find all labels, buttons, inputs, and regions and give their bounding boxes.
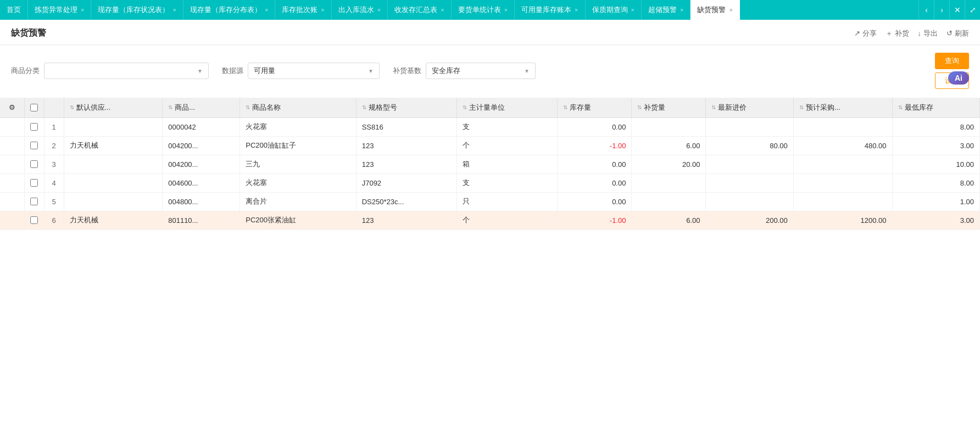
- row-checkbox[interactable]: [30, 179, 38, 187]
- min-stock-cell: 1.00: [892, 192, 979, 211]
- table-row: 2 力天机械 004200... PC200油缸缸子 123 个 -1.00 6…: [0, 136, 980, 155]
- replenish-base-dropdown-icon: ▼: [524, 68, 530, 74]
- tab-stock-status[interactable]: 现存量（库存状况表） ×: [91, 0, 183, 20]
- est-purchase-cell: 480.00: [793, 136, 892, 155]
- filter-bar: 商品分类 ▼ 数据源 可用量 ▼ 补货基数 安全库存 ▼ 查询 设置: [0, 45, 980, 89]
- latest-price-sort-icon: ⇅: [711, 104, 716, 110]
- product-code-column-header[interactable]: ⇅ 商品...: [163, 98, 240, 117]
- datasource-select[interactable]: 可用量 ▼: [248, 63, 380, 79]
- shortage-table: ⚙ ⇅ 默认供应...: [0, 98, 980, 230]
- est-purchase-cell: [793, 192, 892, 211]
- category-select[interactable]: ▼: [44, 63, 209, 79]
- tab-receive-send[interactable]: 收发存汇总表 ×: [388, 0, 451, 20]
- spec-cell: J7092: [356, 173, 456, 192]
- datasource-select-value: 可用量: [254, 66, 275, 76]
- tab-home[interactable]: 首页: [0, 0, 28, 20]
- export-action[interactable]: ↓ 导出: [918, 29, 938, 38]
- est-purchase-column-header[interactable]: ⇅ 预计采购...: [793, 98, 892, 117]
- row-checkbox-cell[interactable]: [24, 155, 44, 173]
- unit-sort-icon: ⇅: [463, 104, 467, 110]
- row-checkbox-cell[interactable]: [24, 211, 44, 229]
- close-all-btn[interactable]: ✕: [949, 0, 965, 20]
- close-tab-3[interactable]: ×: [265, 7, 268, 13]
- query-button[interactable]: 查询: [935, 53, 969, 69]
- close-tab-2[interactable]: ×: [172, 7, 176, 13]
- row-checkbox-cell[interactable]: [24, 136, 44, 155]
- tab-picking-exception[interactable]: 拣货异常处理 ×: [28, 0, 91, 20]
- tab-inout-flow[interactable]: 出入库流水 ×: [332, 0, 388, 20]
- nav-left-btn[interactable]: ‹: [918, 0, 934, 20]
- stock-qty-column-header[interactable]: ⇅ 库存量: [558, 98, 632, 117]
- refresh-action[interactable]: ↺ 刷新: [946, 29, 969, 38]
- replenish-action[interactable]: ＋ 补货: [886, 29, 909, 38]
- fullscreen-btn[interactable]: ⤢: [965, 0, 980, 20]
- row-checkbox[interactable]: [30, 160, 38, 168]
- gear-column-header[interactable]: ⚙: [0, 98, 24, 117]
- tab-requisition-stat[interactable]: 要货单统计表 ×: [452, 0, 515, 20]
- min-stock-column-header[interactable]: ⇅ 最低库存: [892, 98, 979, 117]
- spec-cell: 123: [356, 136, 456, 155]
- product-name-cell: 火花塞: [240, 117, 356, 136]
- est-purchase-cell: [793, 173, 892, 192]
- close-tab-5[interactable]: ×: [377, 7, 381, 13]
- product-code-cell: 004200...: [163, 136, 240, 155]
- tab-stock-dist[interactable]: 现存量（库存分布表） ×: [183, 0, 275, 20]
- latest-price-column-header[interactable]: ⇅ 最新进价: [706, 98, 793, 117]
- replenish-qty-sort-icon: ⇅: [637, 104, 642, 110]
- replenish-base-select[interactable]: 安全库存 ▼: [426, 63, 536, 79]
- min-stock-sort-icon: ⇅: [898, 104, 903, 110]
- table-row: 3 004200... 三九 123 箱 0.00 20.00 10.00: [0, 155, 980, 173]
- row-number-cell: 6: [44, 211, 64, 229]
- supplier-column-header[interactable]: ⇅ 默认供应...: [64, 98, 163, 117]
- row-checkbox-cell[interactable]: [24, 192, 44, 211]
- tab-shortage[interactable]: 缺货预警 ×: [691, 0, 739, 20]
- unit-cell: 只: [456, 192, 558, 211]
- product-name-cell: PC200油缸缸子: [240, 136, 356, 155]
- table-row: 4 004600... 火花塞 J7092 支 0.00 8.00: [0, 173, 980, 192]
- table-row: 1 0000042 火花塞 SS816 支 0.00 8.00: [0, 117, 980, 136]
- latest-price-cell: [706, 192, 793, 211]
- supplier-cell: [64, 192, 163, 211]
- row-checkbox[interactable]: [30, 123, 38, 131]
- select-all-checkbox[interactable]: [30, 104, 38, 111]
- stock-qty-cell: 0.00: [558, 173, 632, 192]
- close-tab-10[interactable]: ×: [680, 7, 683, 13]
- nav-right-btn[interactable]: ›: [934, 0, 949, 20]
- tab-overstock[interactable]: 超储预警 ×: [642, 0, 691, 20]
- tab-batch-account[interactable]: 库存批次账 ×: [275, 0, 331, 20]
- row-checkbox-cell[interactable]: [24, 173, 44, 192]
- row-actions-cell: [0, 136, 24, 155]
- unit-column-header[interactable]: ⇅ 主计量单位: [456, 98, 558, 117]
- replenish-icon: ＋: [886, 29, 893, 38]
- close-tab-4[interactable]: ×: [321, 7, 324, 13]
- datasource-filter-group: 数据源 可用量 ▼: [222, 63, 380, 79]
- min-stock-cell: 10.00: [892, 155, 979, 173]
- ai-badge[interactable]: Ai: [948, 71, 969, 85]
- row-checkbox[interactable]: [30, 216, 38, 224]
- replenish-qty-cell: [632, 173, 706, 192]
- row-checkbox[interactable]: [30, 198, 38, 205]
- row-checkbox-cell[interactable]: [24, 117, 44, 136]
- stock-qty-cell: 0.00: [558, 192, 632, 211]
- close-tab-11[interactable]: ×: [729, 7, 732, 13]
- row-actions-cell: [0, 155, 24, 173]
- tab-available-account[interactable]: 可用量库存账本 ×: [515, 0, 585, 20]
- row-checkbox[interactable]: [30, 142, 38, 149]
- latest-price-cell: [706, 173, 793, 192]
- share-action[interactable]: ↗ 分享: [854, 29, 877, 38]
- product-code-cell: 004600...: [163, 173, 240, 192]
- close-tab-6[interactable]: ×: [441, 7, 444, 13]
- top-nav: 首页 拣货异常处理 × 现存量（库存状况表） × 现存量（库存分布表） × 库存…: [0, 0, 980, 20]
- page-content: 缺货预警 ↗ 分享 ＋ 补货 ↓ 导出 ↺ 刷新 商品分类: [0, 20, 980, 437]
- tab-expiry-query[interactable]: 保质期查询 ×: [586, 0, 642, 20]
- product-name-column-header[interactable]: ⇅ 商品名称: [240, 98, 356, 117]
- checkbox-column-header[interactable]: [24, 98, 44, 117]
- close-tab-7[interactable]: ×: [504, 7, 508, 13]
- supplier-sort-icon: ⇅: [70, 104, 74, 110]
- row-actions-cell: [0, 173, 24, 192]
- spec-column-header[interactable]: ⇅ 规格型号: [356, 98, 456, 117]
- close-tab-8[interactable]: ×: [575, 7, 578, 13]
- replenish-qty-column-header[interactable]: ⇅ 补货量: [632, 98, 706, 117]
- close-tab-9[interactable]: ×: [631, 7, 634, 13]
- close-tab-1[interactable]: ×: [81, 7, 84, 13]
